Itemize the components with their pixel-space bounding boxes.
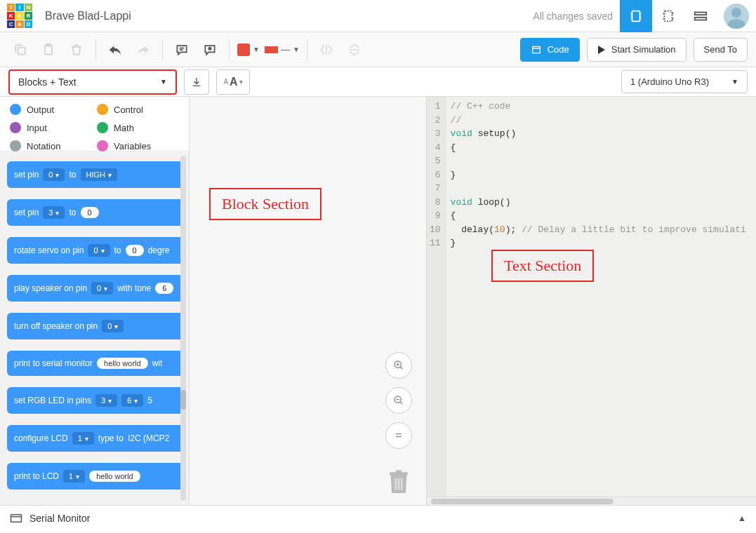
block-categories: OutputControlInputMathNotationVariables bbox=[0, 97, 190, 151]
scrollbar-track bbox=[180, 156, 186, 501]
view-mode-label: Blocks + Text bbox=[18, 76, 77, 88]
svg-rect-32 bbox=[11, 514, 22, 522]
blocks-list[interactable]: set pin0▾toHIGH▾set pin3▾to0rotate servo… bbox=[0, 151, 189, 505]
block-param-dropdown[interactable]: 0▾ bbox=[102, 320, 124, 332]
zoom-controls: = bbox=[385, 352, 412, 449]
category-input[interactable]: Input bbox=[10, 122, 93, 133]
tinkercad-logo-icon[interactable]: TIN KER CAD bbox=[7, 4, 32, 29]
code-panel: 1234567891011 // C++ code//void setup(){… bbox=[426, 97, 756, 505]
zoom-in-button[interactable] bbox=[385, 352, 412, 379]
output-block[interactable]: set pin0▾toHIGH▾ bbox=[7, 161, 185, 188]
block-param-dropdown[interactable]: 3▾ bbox=[43, 206, 65, 219]
block-param-dropdown[interactable]: 0▾ bbox=[43, 168, 65, 181]
block-canvas[interactable]: Block Section = bbox=[190, 97, 426, 505]
output-block[interactable]: play speaker on pin0▾with tone6 bbox=[7, 275, 185, 302]
category-dot-icon bbox=[97, 122, 108, 133]
block-param-input[interactable]: hello world bbox=[89, 471, 140, 482]
output-block[interactable]: set pin3▾to0 bbox=[7, 199, 185, 226]
view-circuit-icon[interactable] bbox=[620, 0, 652, 32]
main-area: OutputControlInputMathNotationVariables … bbox=[0, 97, 756, 505]
annotation-block-section: Block Section bbox=[209, 188, 321, 220]
flip-vertical-button[interactable] bbox=[343, 38, 366, 62]
svg-rect-31 bbox=[401, 478, 403, 490]
block-param-input[interactable]: 0 bbox=[126, 245, 144, 256]
svg-rect-7 bbox=[665, 11, 672, 21]
wire-type-button[interactable]: —▼ bbox=[265, 38, 300, 62]
view-components-icon[interactable] bbox=[684, 0, 717, 32]
simulate-button-label: Start Simulation bbox=[611, 44, 676, 55]
scrollbar-thumb[interactable] bbox=[431, 499, 614, 504]
code-button[interactable]: Code bbox=[520, 38, 580, 62]
send-to-button[interactable]: Send To bbox=[694, 38, 748, 62]
svg-rect-12 bbox=[695, 12, 707, 15]
svg-line-27 bbox=[400, 402, 402, 404]
block-label: configure LCD bbox=[14, 433, 68, 443]
block-label: degre bbox=[148, 245, 170, 255]
scrollbar-thumb[interactable] bbox=[180, 390, 186, 410]
block-param-dropdown[interactable]: 0▾ bbox=[88, 244, 110, 257]
view-mode-dropdown[interactable]: Blocks + Text ▼ bbox=[8, 69, 177, 95]
block-param-dropdown[interactable]: 1▾ bbox=[63, 470, 85, 483]
redo-button[interactable] bbox=[131, 38, 155, 62]
save-status: All changes saved bbox=[533, 11, 613, 22]
output-block[interactable]: rotate servo on pin0▾to0degre bbox=[7, 237, 185, 264]
copy-button[interactable] bbox=[8, 38, 32, 62]
toggle-notes-button[interactable] bbox=[198, 38, 222, 62]
category-label: Output bbox=[27, 104, 54, 115]
paste-button[interactable] bbox=[37, 38, 60, 62]
delete-button[interactable] bbox=[65, 38, 88, 62]
font-size-button[interactable]: AA▾ bbox=[216, 69, 250, 95]
flip-horizontal-button[interactable] bbox=[314, 38, 338, 62]
serial-monitor-bar[interactable]: Serial Monitor ▲ bbox=[0, 505, 756, 530]
category-dot-icon bbox=[10, 122, 21, 133]
category-control[interactable]: Control bbox=[97, 104, 180, 115]
view-schematic-icon[interactable] bbox=[652, 0, 684, 32]
undo-button[interactable] bbox=[103, 38, 127, 62]
output-block[interactable]: configure LCD1▾type toI2C (MCP2 bbox=[7, 425, 185, 452]
category-math[interactable]: Math bbox=[97, 122, 180, 133]
block-label: set RGB LED in pins bbox=[14, 396, 91, 405]
notes-button[interactable] bbox=[170, 38, 194, 62]
output-block[interactable]: print to serial monitorhello worldwit bbox=[7, 351, 185, 376]
blocks-panel: OutputControlInputMathNotationVariables … bbox=[0, 97, 190, 505]
block-label: wit bbox=[152, 358, 163, 368]
horizontal-scrollbar[interactable] bbox=[427, 497, 756, 505]
block-param-dropdown[interactable]: 0▾ bbox=[91, 282, 113, 295]
category-dot-icon bbox=[10, 104, 21, 115]
svg-line-23 bbox=[400, 367, 402, 369]
category-output[interactable]: Output bbox=[10, 104, 93, 115]
serial-monitor-label: Serial Monitor bbox=[29, 513, 90, 524]
expand-icon[interactable]: ▲ bbox=[738, 513, 746, 523]
trash-icon[interactable] bbox=[387, 467, 411, 495]
block-label: set pin bbox=[14, 208, 39, 217]
simulate-button[interactable]: Start Simulation bbox=[587, 38, 687, 62]
block-label: set pin bbox=[14, 170, 39, 180]
output-block[interactable]: turn off speaker on pin0▾ bbox=[7, 313, 185, 339]
block-param-dropdown[interactable]: 3▾ bbox=[95, 394, 117, 407]
board-selector[interactable]: 1 (Arduino Uno R3) ▼ bbox=[621, 70, 748, 93]
zoom-fit-button[interactable]: = bbox=[385, 422, 412, 449]
line-gutter: 1234567891011 bbox=[427, 97, 446, 497]
category-variables[interactable]: Variables bbox=[97, 140, 180, 151]
download-button[interactable] bbox=[184, 69, 209, 95]
wire-color-button[interactable]: ▼ bbox=[237, 38, 260, 62]
main-toolbar: ▼ —▼ Code Start Simulation Send To bbox=[0, 32, 756, 67]
block-param-input[interactable]: 6 bbox=[155, 283, 173, 294]
block-param-dropdown[interactable]: 6▾ bbox=[121, 394, 143, 407]
output-block[interactable]: print to LCD1▾hello world bbox=[7, 463, 185, 490]
user-avatar[interactable] bbox=[724, 4, 749, 29]
block-param-dropdown[interactable]: HIGH▾ bbox=[81, 168, 118, 181]
project-name[interactable]: Brave Blad-Lappi bbox=[45, 10, 131, 22]
block-param-dropdown[interactable]: 1▾ bbox=[72, 432, 94, 445]
zoom-out-button[interactable] bbox=[385, 387, 412, 414]
chevron-down-icon: ▼ bbox=[160, 78, 167, 86]
category-notation[interactable]: Notation bbox=[10, 140, 93, 151]
block-label: rotate servo on pin bbox=[14, 245, 84, 255]
app-header: TIN KER CAD Brave Blad-Lappi All changes… bbox=[0, 0, 756, 32]
code-editor[interactable]: 1234567891011 // C++ code//void setup(){… bbox=[427, 97, 756, 497]
block-label: print to LCD bbox=[14, 471, 59, 481]
block-param-input[interactable]: hello world bbox=[97, 358, 148, 369]
category-label: Variables bbox=[114, 141, 151, 151]
block-param-input[interactable]: 0 bbox=[81, 207, 99, 218]
output-block[interactable]: set RGB LED in pins3▾6▾5 bbox=[7, 387, 185, 414]
